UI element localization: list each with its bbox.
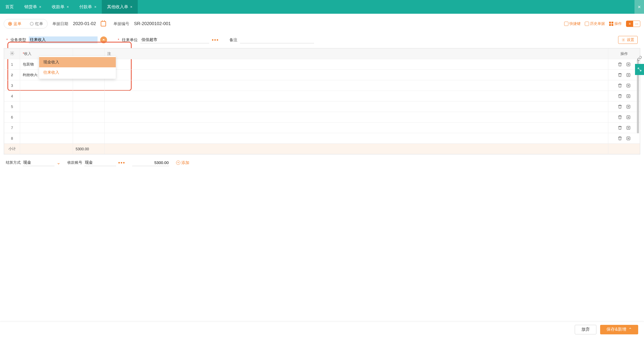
delete-row-button[interactable] — [618, 136, 622, 141]
cell-note[interactable] — [105, 80, 608, 91]
delete-row-button[interactable] — [618, 125, 622, 130]
insert-row-button[interactable] — [626, 94, 631, 99]
chevron-down-icon[interactable]: ⌄ — [57, 160, 61, 166]
col-note-header: 注 — [105, 49, 608, 59]
note-field: 备注 — [229, 36, 314, 43]
settlement-row: 结算方式 ⌄ 收款账号 ••• + 添加 — [4, 155, 640, 174]
gear-icon — [622, 38, 625, 42]
close-icon[interactable]: × — [94, 5, 96, 9]
subtotal-amount: 5300.00 — [73, 144, 105, 154]
attachment-button[interactable] — [635, 53, 644, 64]
cell-amount[interactable] — [73, 91, 105, 101]
table-row[interactable]: 3 — [4, 80, 640, 91]
bill-no-label: 单据编号 — [113, 21, 129, 26]
delete-row-button[interactable] — [618, 62, 622, 67]
party-field: * 往来单位 ••• — [118, 36, 219, 43]
settle-method-field: 结算方式 ⌄ — [6, 159, 61, 166]
ops-button[interactable]: 操作 — [609, 21, 622, 26]
link-icon — [637, 56, 642, 61]
row-number: 4 — [4, 91, 20, 101]
required-mark: * — [118, 38, 119, 42]
cell-amount[interactable] — [73, 112, 105, 123]
note-input[interactable] — [240, 36, 314, 43]
expand-button[interactable] — [635, 64, 644, 75]
cell-amount[interactable] — [73, 123, 105, 133]
delete-row-button[interactable] — [618, 94, 622, 99]
bill-type-radio-group: 蓝单 红单 — [4, 19, 48, 29]
tab-home[interactable]: 首页 — [0, 0, 19, 14]
cell-item[interactable] — [20, 80, 73, 91]
delete-row-button[interactable] — [618, 115, 622, 120]
settle-account-input[interactable] — [84, 159, 116, 166]
history-button[interactable]: 历史单据 — [585, 21, 605, 26]
cell-note[interactable] — [105, 101, 608, 112]
cell-note[interactable] — [105, 59, 608, 70]
insert-row-button[interactable] — [626, 73, 631, 77]
row-number: 3 — [4, 80, 20, 91]
cell-item[interactable] — [20, 123, 73, 133]
tab-payment[interactable]: 付款单× — [74, 0, 102, 14]
delete-row-button[interactable] — [618, 73, 622, 77]
settle-method-input[interactable] — [23, 159, 54, 166]
cell-item[interactable] — [20, 133, 73, 144]
biz-type-dropdown-toggle[interactable] — [100, 36, 107, 43]
table-row[interactable]: 8 — [4, 133, 640, 144]
note-label: 备注 — [229, 38, 237, 43]
history-icon — [585, 22, 589, 26]
insert-row-button[interactable] — [626, 104, 631, 109]
insert-row-button[interactable] — [626, 115, 631, 120]
cell-note[interactable] — [105, 91, 608, 101]
table-row[interactable]: 6 — [4, 112, 640, 123]
insert-row-button[interactable] — [626, 136, 631, 141]
cell-item[interactable] — [20, 112, 73, 123]
insert-row-button[interactable] — [626, 83, 631, 88]
settle-amount-input[interactable] — [132, 159, 169, 166]
bill-no-value: SR-20200102-001 — [134, 21, 171, 26]
close-all-tabs-button[interactable]: × — [634, 0, 644, 14]
tab-sales[interactable]: 销货单× — [19, 0, 47, 14]
cell-amount[interactable] — [73, 80, 105, 91]
view-detail-button[interactable]: ▭ — [633, 21, 640, 27]
date-value[interactable]: 2020-01-02 — [73, 21, 96, 26]
close-icon[interactable]: × — [39, 5, 41, 9]
close-icon[interactable]: × — [130, 5, 132, 9]
tab-receipt[interactable]: 收款单× — [47, 0, 74, 14]
insert-row-button[interactable] — [626, 125, 631, 130]
table-row[interactable]: 5 — [4, 101, 640, 112]
view-list-button[interactable]: ≡ — [626, 21, 633, 27]
delete-row-button[interactable] — [618, 83, 622, 88]
settings-button[interactable]: 设置 — [618, 36, 638, 44]
calendar-icon[interactable] — [101, 21, 106, 26]
party-input[interactable] — [140, 36, 209, 43]
gear-icon[interactable] — [10, 51, 15, 56]
cell-item[interactable] — [20, 91, 73, 101]
cell-note[interactable] — [105, 112, 608, 123]
tab-other-income[interactable]: 其他收入单× — [102, 0, 138, 14]
cell-amount[interactable] — [73, 101, 105, 112]
blue-bill-radio[interactable]: 蓝单 — [4, 19, 26, 28]
cell-item[interactable] — [20, 101, 73, 112]
table-row[interactable]: 7 — [4, 123, 640, 133]
biz-type-input[interactable] — [29, 36, 98, 43]
cell-note[interactable] — [105, 70, 608, 80]
cell-amount[interactable] — [73, 133, 105, 144]
close-icon[interactable]: × — [67, 5, 69, 9]
svg-point-0 — [623, 39, 624, 40]
table-row[interactable]: 4 — [4, 91, 640, 101]
row-number: 1 — [4, 59, 20, 70]
add-settlement-button[interactable]: + 添加 — [176, 160, 189, 165]
view-toggle: ≡ ▭ — [626, 21, 640, 27]
delete-row-button[interactable] — [618, 104, 622, 109]
party-lookup-button[interactable]: ••• — [212, 37, 219, 43]
red-bill-radio[interactable]: 红单 — [26, 19, 47, 28]
party-label: 往来单位 — [122, 38, 138, 43]
cell-note[interactable] — [105, 133, 608, 144]
settle-account-label: 收款账号 — [67, 160, 82, 165]
account-lookup-button[interactable]: ••• — [118, 160, 125, 166]
dropdown-option-receivable-income[interactable]: 往来收入 — [39, 67, 116, 78]
form-row: * 业务类型 * 往来单位 ••• 备注 设置 — [4, 30, 640, 46]
cell-note[interactable] — [105, 123, 608, 133]
insert-row-button[interactable] — [626, 62, 631, 67]
dropdown-option-cash-income[interactable]: 现金收入 — [39, 57, 116, 67]
shortcut-button[interactable]: 快捷键 — [564, 21, 581, 26]
